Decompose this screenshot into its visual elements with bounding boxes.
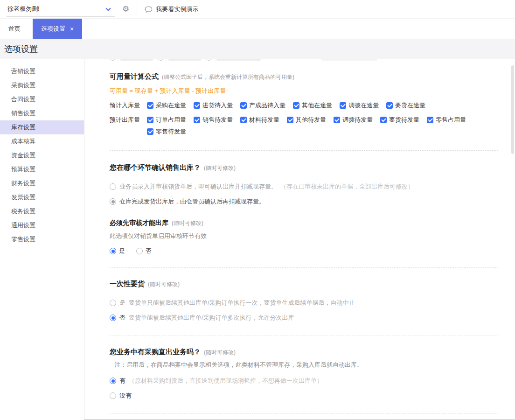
subsection-title: 必须先审核才能出库 [110, 219, 168, 227]
clipped-text-stub [120, 59, 153, 61]
inbound-qty-row: 预计入库量 采购在途量 进货待入量 产成品待入量 [110, 101, 498, 110]
radio-must-audit-yes[interactable]: 是 [110, 247, 125, 255]
section-divider [110, 267, 498, 268]
checkbox-checked-icon [194, 117, 200, 123]
sidebar-item-budget[interactable]: 预算设置 [0, 162, 84, 176]
checkbox-purchase-in-transit[interactable]: 采购在途量 [147, 101, 186, 110]
inbound-qty-options: 采购在途量 进货待入量 产成品待入量 其他在途量 [147, 101, 425, 110]
radio-salesperson-confirm[interactable]: 业务员录入并审核销货单后，即可确认出库并扣减现存量。 （存在已审核未出库的单据，… [110, 182, 498, 191]
subsection-hint: (随时可修改) [172, 219, 203, 227]
sidebar-item-marketing[interactable]: 营销设置 [0, 64, 84, 78]
checkbox-request-pending-out[interactable]: 要货待发量 [380, 116, 419, 124]
section-divider [110, 336, 498, 336]
radio-direct-out-yes[interactable]: 有 （原材料采购到货后，直接送到使用现场消耗掉，不想再做一次出库单） [110, 377, 498, 385]
tab-home-label: 首页 [8, 25, 21, 33]
clipped-text-stub [216, 59, 261, 61]
settings-content: 可用量计算公式 (调整公式因子后，系统会重新计算所有商品的可用量) 可用量 = … [84, 59, 515, 420]
section-sale-confirm: 您在哪个环节确认销售出库？ (随时可修改) 业务员录入并审核销货单后，即可确认出… [110, 163, 498, 255]
checkbox-checked-icon [380, 117, 387, 123]
chat-bubble-icon [145, 6, 153, 13]
radio-selected-icon [110, 378, 116, 384]
close-icon[interactable]: × [70, 26, 74, 32]
checkbox-retail-occupied[interactable]: 零售占用量 [427, 116, 466, 124]
must-audit-note: 此选项仅对销货单启用审核环节有效 [110, 232, 498, 240]
clipped-text-stub [168, 59, 201, 61]
checkbox-other-pending-out[interactable]: 其他待发量 [287, 116, 326, 124]
topbar: 徐老板勿删! ⚙ 我要看实例演示 [0, 0, 515, 19]
checkbox-checked-icon [240, 117, 247, 123]
inbound-qty-label: 预计入库量 [110, 101, 147, 109]
radio-must-audit-no[interactable]: 否 [136, 247, 152, 255]
sidebar-item-finance[interactable]: 财务设置 [0, 176, 84, 190]
section-title: 一次性要货 [110, 280, 145, 288]
checkbox-checked-icon [340, 102, 346, 109]
settings-gear-icon[interactable]: ⚙ [122, 5, 129, 13]
clipped-content-row [110, 59, 498, 63]
checkbox-checked-icon [147, 117, 153, 123]
tab-options-settings[interactable]: 选项设置 × [33, 19, 82, 39]
checkbox-transfer-pending-out[interactable]: 调拨待发量 [334, 116, 373, 124]
radio-unselected-icon [110, 183, 116, 190]
radio-unselected-icon [110, 300, 116, 306]
checkbox-checked-icon [386, 102, 393, 109]
clipped-radio-icon [110, 59, 116, 61]
sidebar-item-retail[interactable]: 零售设置 [0, 232, 84, 246]
section-title-row: 您业务中有采购直出业务吗？ (随时可修改) [110, 348, 498, 357]
section-title-row: 可用量计算公式 (调整公式因子后，系统会重新计算所有商品的可用量) [110, 72, 498, 81]
sidebar-item-general[interactable]: 通用设置 [0, 218, 84, 232]
checkbox-checked-icon [240, 102, 247, 109]
outbound-qty-row: 预计出库量 订单占用量 销售待发量 材料待发量 [110, 116, 498, 124]
sidebar-item-purchase[interactable]: 采购设置 [0, 78, 84, 92]
tab-home[interactable]: 首页 [0, 19, 29, 39]
checkbox-finished-pending-in[interactable]: 产成品待入量 [240, 101, 285, 110]
subsection-title-row: 必须先审核才能出库 (随时可修改) [110, 219, 498, 227]
checkbox-order-occupied[interactable]: 订单占用量 [147, 116, 186, 124]
formula-expression: 可用量 = 现存量 + 预计入库量 - 预计出库量 [110, 87, 498, 95]
sidebar-item-invoice[interactable]: 发票设置 [0, 190, 84, 204]
tab-options-settings-label: 选项设置 [41, 25, 65, 33]
account-select[interactable]: 徐老板勿删! [7, 1, 115, 17]
section-hint: (随时可修改) [204, 164, 236, 172]
outbound-qty-row-wrap: 零售待发量 [110, 127, 498, 136]
radio-direct-out-no[interactable]: 没有 [110, 392, 498, 400]
checkbox-request-in-transit[interactable]: 要货在途量 [386, 101, 425, 110]
section-hint: (随时可修改) [204, 349, 236, 357]
checkbox-checked-icon [334, 117, 340, 123]
demo-link-label: 我要看实例演示 [156, 5, 198, 14]
sidebar-item-inventory[interactable]: 库存设置 [0, 120, 84, 134]
checkbox-sales-pending-out[interactable]: 销售待发量 [194, 116, 233, 124]
section-title-row: 您在哪个环节确认销售出库？ (随时可修改) [110, 163, 498, 172]
section-hint: (调整公式因子后，系统会重新计算所有商品的可用量) [162, 73, 294, 81]
sidebar-item-sales[interactable]: 销售设置 [0, 106, 84, 120]
radio-warehouse-confirm[interactable]: 仓库完成发货出库后，由仓管员确认后再扣减现存量。 [110, 197, 498, 206]
clipped-radio-icon [206, 59, 212, 61]
account-select-value: 徐老板勿删! [7, 5, 40, 13]
app-window: 徐老板勿删! ⚙ 我要看实例演示 首页 选项设置 × 选项设置 营销设置 采购设… [0, 0, 515, 420]
clipped-text-stub [321, 59, 377, 61]
checkbox-goods-pending-in[interactable]: 进货待入量 [194, 101, 233, 110]
checkbox-material-pending-out[interactable]: 材料待发量 [240, 116, 279, 124]
sidebar-item-tax[interactable]: 税务设置 [0, 204, 84, 218]
radio-unselected-icon [110, 392, 116, 399]
outbound-qty-label: 预计出库量 [110, 116, 147, 123]
sidebar-item-cost[interactable]: 成本核算 [0, 134, 84, 148]
checkbox-checked-icon [427, 117, 433, 123]
checkbox-other-in-transit[interactable]: 其他在途量 [293, 101, 332, 110]
topbar-divider [137, 5, 137, 14]
page-title: 选项设置 [4, 43, 38, 55]
radio-one-time-no[interactable]: 否 要货单能被后续其他出库单/采购订单多次执行，允许分次出库 [110, 314, 498, 322]
checkbox-transfer-in-transit[interactable]: 调拨在途量 [340, 101, 379, 110]
chevron-down-icon [105, 6, 111, 11]
demo-link[interactable]: 我要看实例演示 [145, 5, 198, 14]
clipped-radio-icon [158, 59, 164, 61]
checkbox-retail-pending-out[interactable]: 零售待发量 [147, 127, 186, 136]
direct-out-note: 注：启用后，在商品档案中会显示相关选项，此类材料不管理库存，采购入库后就自动出库… [114, 361, 498, 369]
section-title: 您在哪个环节确认销售出库？ [110, 163, 201, 172]
sidebar-item-contract[interactable]: 合同设置 [0, 92, 84, 106]
checkbox-checked-icon [147, 102, 153, 109]
page-body: 营销设置 采购设置 合同设置 销售设置 库存设置 成本核算 资金设置 预算设置 … [0, 59, 515, 420]
section-direct-out: 您业务中有采购直出业务吗？ (随时可修改) 注：启用后，在商品档案中会显示相关选… [110, 348, 498, 400]
scrollbar[interactable] [511, 65, 514, 154]
sidebar-item-funds[interactable]: 资金设置 [0, 148, 84, 162]
radio-one-time-yes[interactable]: 是 要货单只能被后续其他出库单/采购订单执行一次，要货单生成后续单据后，自动中止 [110, 299, 498, 307]
